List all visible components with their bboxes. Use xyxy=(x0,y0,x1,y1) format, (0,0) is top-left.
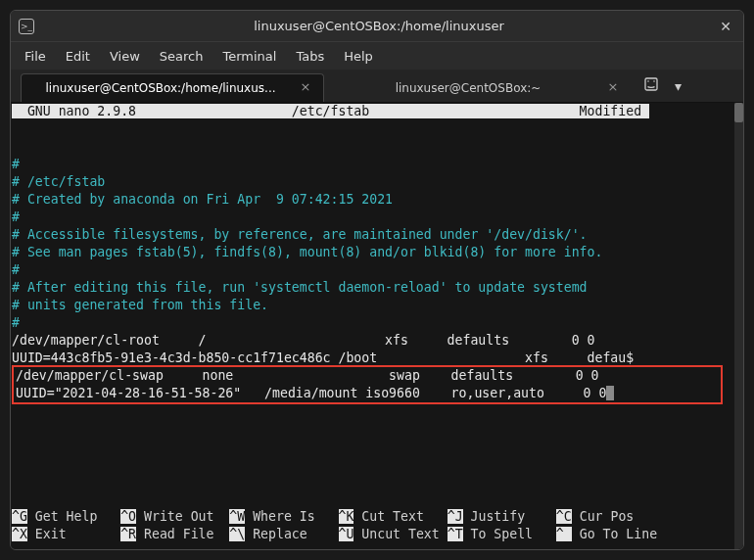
terminal-window: >_ linuxuser@CentOSBox:/home/linuxuser ✕… xyxy=(10,10,744,550)
menu-terminal[interactable]: Terminal xyxy=(212,45,286,68)
file-line: # xyxy=(12,315,20,330)
nano-shortcut-key: ^U xyxy=(339,527,354,541)
file-line: UUID=443c8fb5-91e3-4c3d-b850-cc1f71ec486… xyxy=(12,350,634,365)
nano-shortcut-key: ^J xyxy=(448,509,463,524)
nano-shortcut-key: ^X xyxy=(12,527,27,541)
tabbar: linuxuser@CentOSBox:/home/linuxus... × l… xyxy=(11,70,743,103)
titlebar: >_ linuxuser@CentOSBox:/home/linuxuser ✕ xyxy=(11,11,743,42)
file-line: # units generated from this file. xyxy=(12,298,268,312)
file-line: # Created by anaconda on Fri Apr 9 07:42… xyxy=(12,192,393,207)
file-line: # See man pages fstab(5), findfs(8), mou… xyxy=(12,245,602,259)
file-line: /dev/mapper/cl-root / xfs defaults 0 0 xyxy=(12,333,594,348)
menubar: File Edit View Search Terminal Tabs Help xyxy=(11,42,743,70)
chevron-down-icon[interactable]: ▾ xyxy=(675,78,682,94)
nano-shortcut-key: ^R xyxy=(120,527,136,541)
scrollbar[interactable] xyxy=(734,103,743,549)
nano-shortcut-key: ^W xyxy=(229,509,245,524)
file-line: # Accessible filesystems, by reference, … xyxy=(12,227,588,242)
nano-header: GNU nano 2.9.8 /etc/fstab Modified xyxy=(12,104,649,118)
file-line: UUID="2021-04-28-16-51-58-26" /media/mou… xyxy=(16,386,606,400)
highlight-box: /dev/mapper/cl-swap none swap defaults 0… xyxy=(12,365,723,404)
nano-shortcut-key: ^\ xyxy=(229,527,245,541)
tab-label: linuxuser@CentOSBox:/home/linuxus... xyxy=(31,81,290,95)
file-line: # xyxy=(12,210,20,224)
tab-1[interactable]: linuxuser@CentOSBox:/home/linuxus... × xyxy=(21,73,324,102)
file-line: # xyxy=(12,262,20,277)
close-icon[interactable]: × xyxy=(298,80,313,96)
svg-rect-0 xyxy=(645,78,657,90)
nano-shortcut-key: ^G xyxy=(12,509,27,524)
file-line: # After editing this file, run 'systemct… xyxy=(12,280,588,295)
nano-shortcut-key: ^O xyxy=(120,509,136,524)
nano-shortcut-key: ^T xyxy=(448,527,463,541)
menu-view[interactable]: View xyxy=(100,45,150,68)
scrollbar-thumb[interactable] xyxy=(734,103,743,122)
menu-search[interactable]: Search xyxy=(150,45,213,68)
close-icon[interactable]: ✕ xyxy=(716,17,735,36)
cursor xyxy=(606,386,614,400)
menu-help[interactable]: Help xyxy=(334,45,383,68)
terminal-content[interactable]: GNU nano 2.9.8 /etc/fstab Modified # # /… xyxy=(11,103,734,549)
menu-file[interactable]: File xyxy=(15,45,56,68)
window-title: linuxuser@CentOSBox:/home/linuxuser xyxy=(42,19,716,33)
nano-shortcut-key: ^C xyxy=(556,509,572,524)
close-icon[interactable]: × xyxy=(605,80,621,96)
terminal-app-icon: >_ xyxy=(19,19,34,34)
file-line: /dev/mapper/cl-swap none swap defaults 0… xyxy=(16,368,598,383)
menu-edit[interactable]: Edit xyxy=(56,45,100,68)
tab-2[interactable]: linuxuser@CentOSBox:~ × xyxy=(328,73,632,102)
tab-label: linuxuser@CentOSBox:~ xyxy=(339,81,597,95)
file-line: # xyxy=(12,157,20,171)
new-tab-icon[interactable] xyxy=(643,76,659,95)
terminal-area: GNU nano 2.9.8 /etc/fstab Modified # # /… xyxy=(11,103,743,549)
file-line: # /etc/fstab xyxy=(12,174,105,189)
nano-shortcut-key: ^K xyxy=(339,509,354,524)
nano-shortcut-key: ^_ xyxy=(556,527,572,541)
menu-tabs[interactable]: Tabs xyxy=(286,45,334,68)
svg-point-1 xyxy=(647,80,649,82)
svg-point-2 xyxy=(653,80,655,82)
